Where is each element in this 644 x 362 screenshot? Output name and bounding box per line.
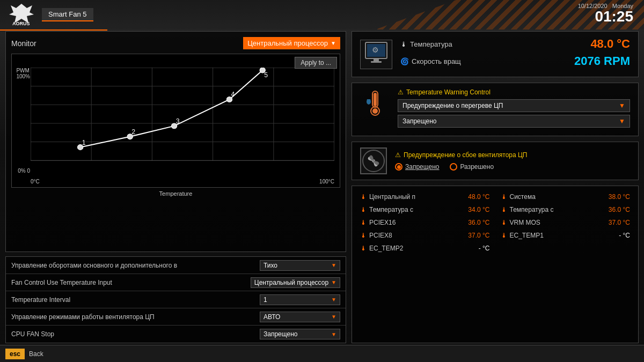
vrmmos-value: 37.0 °C bbox=[609, 219, 630, 226]
radio-option-disabled[interactable]: Запрещено bbox=[395, 163, 439, 171]
setting-label-2: Temperature Interval bbox=[11, 296, 260, 304]
temp-grid-box: 🌡 Центральный п 48.0 °C 🌡 Система 38.0 °… bbox=[352, 186, 639, 343]
chart-x-labels: 0°C 100°C bbox=[31, 179, 334, 184]
rpm-row: 🌀 Скорость вращ 2076 RPM bbox=[400, 54, 630, 68]
aorus-logo: AORUS bbox=[8, 3, 35, 27]
setting-dropdown-0[interactable]: Тихо ▼ bbox=[260, 260, 340, 271]
setting-label-4: CPU FAN Stop bbox=[11, 330, 260, 338]
temp-value: 48.0 °C bbox=[590, 37, 630, 51]
warning-dropdown-1[interactable]: Предупреждение о перегреве ЦП ▼ bbox=[398, 99, 630, 112]
sys-temp-icon: 🌡 bbox=[501, 193, 507, 201]
temp-item-cpu: 🌡 Центральный п 48.0 °C bbox=[360, 191, 490, 202]
fan-curve-chart[interactable]: Apply to ... PWM100% 0% 0 0°C 100°C bbox=[11, 54, 340, 188]
bottom-bar: esc Back bbox=[0, 345, 644, 362]
ectemp1-icon: 🌡 bbox=[501, 232, 507, 239]
chart-grid: 1 2 3 4 5 bbox=[31, 68, 334, 174]
monitor-source-dropdown[interactable]: Центральный процессор ▼ bbox=[243, 37, 340, 49]
chart-temperature-label: Temperature bbox=[11, 190, 340, 197]
ectemp1-name: 🌡 EC_TEMP1 bbox=[501, 232, 544, 239]
dd-arrow-4: ▼ bbox=[331, 331, 336, 337]
vrmmos-name: 🌡 VRM MOS bbox=[501, 219, 540, 226]
setting-row-fan-control: Управление оборотами основного и дополни… bbox=[6, 257, 346, 274]
temp2-value: 34.0 °C bbox=[468, 206, 489, 213]
pciex8-name: 🌡 PCIEX8 bbox=[360, 232, 392, 239]
setting-dropdown-2[interactable]: 1 ▼ bbox=[260, 294, 340, 305]
pciex16-icon: 🌡 bbox=[360, 219, 367, 226]
x-label-left: 0°C bbox=[31, 179, 40, 184]
pciex16-name: 🌡 PCIEX16 bbox=[360, 219, 396, 226]
svg-text:5: 5 bbox=[264, 71, 268, 79]
radio-option-enabled[interactable]: Разрешено bbox=[450, 163, 494, 171]
temp-item-pciex8: 🌡 PCIEX8 37.0 °C bbox=[360, 230, 490, 241]
warning-icon-box bbox=[360, 88, 390, 118]
fan-warning-title: ⚠ Предупреждение о сбое вентилятора ЦП bbox=[395, 151, 630, 159]
fan-warning-content: ⚠ Предупреждение о сбое вентилятора ЦП З… bbox=[395, 151, 630, 171]
warning-dropdown-2[interactable]: Запрещено ▼ bbox=[398, 115, 630, 128]
fan-warning-box: ⚠ Предупреждение о сбое вентилятора ЦП З… bbox=[352, 142, 639, 180]
temp-label: 🌡 Температура bbox=[400, 40, 452, 48]
header-divider bbox=[0, 29, 644, 31]
radio-enabled-dot bbox=[450, 163, 457, 171]
cpu-temp-icon: 🌡 bbox=[360, 193, 367, 201]
temp-item-temp2: 🌡 Температура с 34.0 °C bbox=[360, 204, 490, 215]
temp3-icon: 🌡 bbox=[501, 206, 507, 213]
fan-icon-svg bbox=[362, 149, 385, 173]
temp3-value: 36.0 °C bbox=[609, 206, 630, 213]
warning-dd-arrow-2: ▼ bbox=[619, 117, 625, 125]
pciex16-value: 36.0 °C bbox=[468, 219, 489, 226]
warning-dd-arrow-1: ▼ bbox=[619, 102, 625, 109]
datetime-display: 10/12/2020 Monday 01:25 bbox=[578, 3, 633, 24]
setting-dropdown-1[interactable]: Центральный процессор ▼ bbox=[251, 277, 340, 288]
temp-item-ectemp1: 🌡 EC_TEMP1 - °C bbox=[501, 230, 631, 241]
setting-dropdown-3[interactable]: АВТО ▼ bbox=[260, 312, 340, 322]
setting-row-fan-stop: CPU FAN Stop Запрещено ▼ bbox=[6, 326, 346, 343]
svg-text:⚙: ⚙ bbox=[372, 46, 379, 54]
warning-dropdown-row-1: Предупреждение о перегреве ЦП ▼ bbox=[398, 99, 630, 112]
ectemp1-value: - °C bbox=[619, 232, 630, 239]
svg-text:3: 3 bbox=[176, 117, 180, 125]
svg-text:1: 1 bbox=[82, 139, 86, 146]
radio-disabled-dot bbox=[395, 163, 402, 171]
svg-marker-0 bbox=[9, 4, 34, 23]
settings-box: Управление оборотами основного и дополни… bbox=[5, 256, 346, 343]
tab-smartfan5[interactable]: Smart Fan 5 bbox=[42, 8, 93, 21]
ectemp2-value: - °C bbox=[479, 245, 490, 252]
setting-label-3: Управление режимами работы вентилятора Ц… bbox=[11, 313, 260, 321]
time-display: 01:25 bbox=[578, 9, 633, 24]
dropdown-arrow-icon: ▼ bbox=[331, 40, 336, 46]
ectemp2-icon: 🌡 bbox=[360, 245, 367, 252]
setting-dropdown-4[interactable]: Запрещено ▼ bbox=[260, 329, 340, 339]
rpm-value: 2076 RPM bbox=[574, 54, 630, 68]
setting-control-2: 1 ▼ bbox=[260, 294, 340, 305]
temp-row: 🌡 Температура 48.0 °C bbox=[400, 37, 630, 51]
monitor-header: Monitor Центральный процессор ▼ bbox=[11, 37, 340, 49]
y-label-0: 0% 0 bbox=[18, 168, 30, 174]
thermometer-icon: 🌡 bbox=[400, 40, 407, 48]
pc-icon-box: ⚙ bbox=[360, 40, 392, 69]
temp-item-pciex16: 🌡 PCIEX16 36.0 °C bbox=[360, 217, 490, 228]
setting-control-0: Тихо ▼ bbox=[260, 260, 340, 271]
svg-rect-24 bbox=[371, 61, 382, 63]
main-content: Monitor Центральный процессор ▼ Apply to… bbox=[5, 31, 639, 343]
svg-text:4: 4 bbox=[231, 91, 235, 99]
svg-text:AORUS: AORUS bbox=[12, 21, 30, 26]
esc-button[interactable]: esc bbox=[5, 349, 25, 359]
vrmmos-icon: 🌡 bbox=[501, 219, 507, 226]
temp-item-temp3: 🌡 Температура с 36.0 °C bbox=[501, 204, 631, 215]
warning-title: ⚠ Temperature Warning Control bbox=[398, 88, 630, 96]
temp-item-system: 🌡 Система 38.0 °C bbox=[501, 191, 631, 202]
apply-to-button[interactable]: Apply to ... bbox=[295, 57, 337, 69]
sensor-display-box: ⚙ 🌡 Температура 48.0 °C 🌀 Скорость вращ bbox=[352, 31, 639, 77]
warning-triangle-icon: ⚠ bbox=[398, 88, 404, 96]
temp2-name: 🌡 Температура с bbox=[360, 206, 413, 213]
temp2-icon: 🌡 bbox=[360, 206, 367, 213]
temp-item-ectemp2: 🌡 EC_TEMP2 - °C bbox=[360, 243, 490, 254]
temp3-name: 🌡 Температура с bbox=[501, 206, 554, 213]
sys-temp-value: 38.0 °C bbox=[609, 193, 630, 201]
dd-arrow-0: ▼ bbox=[331, 262, 336, 268]
setting-row-temp-interval: Temperature Interval 1 ▼ bbox=[6, 291, 346, 308]
sensor-values: 🌡 Температура 48.0 °C 🌀 Скорость вращ 20… bbox=[400, 37, 630, 71]
right-panel: ⚙ 🌡 Температура 48.0 °C 🌀 Скорость вращ bbox=[352, 31, 639, 343]
monitor-title: Monitor bbox=[11, 39, 36, 48]
ectemp2-name: 🌡 EC_TEMP2 bbox=[360, 245, 403, 252]
